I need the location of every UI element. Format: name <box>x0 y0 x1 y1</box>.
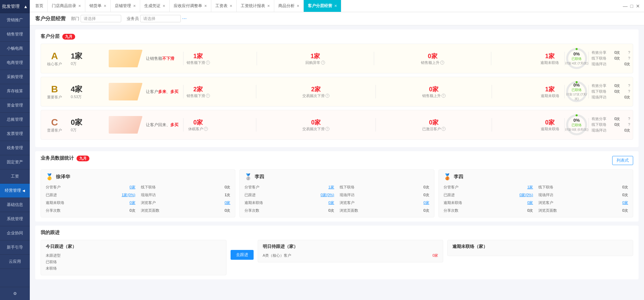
sp-stat-label: 分管客户 <box>444 185 458 190</box>
sidebar-item-operations[interactable]: 经营管理 ◀ <box>0 184 30 198</box>
tab-close-icon[interactable]: ✕ <box>267 4 270 8</box>
tab-actions: — □ ✕ <box>620 3 643 9</box>
stat-b-3: 1家 逾期未联络 <box>538 85 562 98</box>
sp-stat-val[interactable]: 0家 <box>328 200 334 205</box>
sp-stat-val[interactable]: 0家 <box>424 200 429 205</box>
tab-store-products[interactable]: 门店商品目录 ✕ <box>48 0 85 12</box>
tab-voucher[interactable]: 生成凭证 ✕ <box>140 0 170 12</box>
sp-stat-val: 0次 <box>224 185 230 190</box>
tab-close-icon[interactable]: ✕ <box>297 4 299 8</box>
sidebar-item-basic-info[interactable]: 基础信息 <box>0 198 30 212</box>
tab-payroll[interactable]: 工资表 ✕ <box>211 0 237 12</box>
sp-card-0: 🥇 徐泽华 分管客户 0家 线下联络 0次 已跟进 <box>41 169 235 217</box>
more-filters-icon[interactable]: ··· <box>182 16 187 22</box>
sidebar-settings-button[interactable]: ⚙ <box>0 287 30 300</box>
page-title: 客户分层经营 <box>35 16 66 22</box>
tab-close-icon[interactable]: ✕ <box>334 4 337 8</box>
sp-stat-val[interactable]: 0家(0%) <box>321 192 334 198</box>
tab-label: 销货单 <box>89 3 102 9</box>
sidebar-item-payroll[interactable]: 工资 <box>0 169 30 184</box>
tab-payroll-report[interactable]: 工资统计报表 ✕ <box>237 0 274 12</box>
tab-bar: 首页 门店商品目录 ✕ 销货单 ✕ 店铺管理 ✕ 生成凭证 ✕ 应收应付调整单 … <box>30 0 644 12</box>
tab-home[interactable]: 首页 <box>31 0 48 12</box>
sidebar-item-tax[interactable]: 税务管理 <box>0 141 30 155</box>
gauge-label: 已联络 <box>565 123 588 128</box>
rs-item: 有效分享 0次 ? <box>592 83 630 88</box>
sidebar-item-assets[interactable]: 固定资产 <box>0 155 30 169</box>
agent-select[interactable]: 请选择 <box>140 15 181 22</box>
sidebar-item-ecommerce[interactable]: 电商管理 <box>0 56 30 70</box>
list-view-button[interactable]: 列表式 <box>612 156 633 165</box>
sp-header-2: 🥉 李四 <box>444 173 628 181</box>
sidebar-item-label: 云应用 <box>9 259 21 264</box>
agent-label: 业务员 <box>127 16 139 22</box>
stat-c-0: 0家 休眠客户 ? <box>186 118 210 132</box>
tab-close-icon[interactable]: ✕ <box>204 4 207 8</box>
sidebar-collapse-icon: ▲ <box>23 4 28 9</box>
tier-c-shape <box>109 116 143 134</box>
sp-stats-2: 分管客户 1家 线下联络 0次 已跟进 0家(0%) 现场拜访 <box>444 184 628 214</box>
rs-label: 有效分享 <box>592 50 606 55</box>
tab-close-all-icon[interactable]: ✕ <box>636 3 640 9</box>
sidebar-item-ecommerce-small[interactable]: 小畅电商 <box>0 42 30 56</box>
tier-a-label: A 核心客户 <box>41 51 68 67</box>
tab-close-icon[interactable]: ✕ <box>163 4 165 8</box>
sp-stat: 分享次数 0次 <box>244 207 334 214</box>
sp-stat-val[interactable]: 0家 <box>224 200 230 205</box>
sidebar-item-label: 基础信息 <box>7 202 23 207</box>
sidebar-item-ledger[interactable]: 总账管理 <box>0 113 30 127</box>
sp-stat-val[interactable]: 0家 <box>527 200 533 205</box>
rs-item: 线下联络 0次 ? <box>592 56 630 61</box>
tab-maximize-icon[interactable]: □ <box>630 3 633 9</box>
followup-today-title: 今日跟进（家） <box>46 244 221 250</box>
sidebar-item-marketing[interactable]: 营销推广 <box>0 13 30 27</box>
sp-stat-val[interactable]: 1家 <box>328 185 334 190</box>
sidebar-item-cloud[interactable]: 云应用 <box>0 255 30 269</box>
sidebar-item-inventory[interactable]: 库存核算 <box>0 84 30 98</box>
sidebar-item-invoice[interactable]: 发票管理 <box>0 127 30 141</box>
sidebar-header[interactable]: 批发管理 ▲ <box>0 0 30 13</box>
tab-minimize-icon[interactable]: — <box>623 3 628 9</box>
tab-close-icon[interactable]: ✕ <box>78 4 81 8</box>
go-followup-button[interactable]: 去跟进 <box>231 250 254 260</box>
tier-a-sub-count: 0万 <box>71 61 106 66</box>
sidebar-item-collab[interactable]: 企业协同 <box>0 226 30 240</box>
dept-select[interactable]: 请选择 <box>81 15 121 22</box>
tab-store-mgmt[interactable]: 店铺管理 ✕ <box>111 0 140 12</box>
tab-close-icon[interactable]: ✕ <box>133 4 136 8</box>
rs-label: 现场拜访 <box>592 95 606 100</box>
sp-stat-val: 0次 <box>622 208 628 213</box>
tier-b-name: 重要客户 <box>41 95 68 100</box>
sidebar-item-sales[interactable]: 销售管理 <box>0 27 30 42</box>
sp-stat-val[interactable]: 0家 <box>130 200 135 205</box>
tab-customer-tier[interactable]: 客户分层经营 ✕ <box>304 0 341 12</box>
sp-stat-val[interactable]: 0家 <box>622 200 628 205</box>
stat-count: 0家 <box>421 52 445 60</box>
tier-b-gauge: 0% 已联络 计划 17次 (7天/次) <box>565 80 588 103</box>
gauge-sublabel: 计划 0次 (0天/次) <box>565 128 588 132</box>
stat-label: 销售额上升 ? <box>421 60 445 65</box>
sp-stat-val: 0次 <box>424 192 429 198</box>
tab-ar-adjust[interactable]: 应收应付调整单 ✕ <box>170 0 211 12</box>
sp-stat-val[interactable]: 0家 <box>130 185 135 190</box>
sidebar-item-purchase[interactable]: 采购管理 <box>0 70 30 84</box>
sp-stat-val[interactable]: 0家(0%) <box>519 192 533 198</box>
tab-close-icon[interactable]: ✕ <box>230 4 232 8</box>
sidebar-item-guide[interactable]: 新手引导 <box>0 240 30 255</box>
sp-stat-val[interactable]: 1家 <box>527 185 533 190</box>
tab-sales-order[interactable]: 销货单 ✕ <box>85 0 111 12</box>
sidebar-item-finance[interactable]: 资金管理 <box>0 98 30 113</box>
sp-stat-val[interactable]: 1家(0%) <box>122 192 135 198</box>
sp-stat-val: 0次 <box>130 208 135 213</box>
tab-product-analysis[interactable]: 商品分析 ✕ <box>274 0 304 12</box>
rs-item: 线下联络 0次 ? <box>592 89 630 94</box>
sp-title: 业务员数据统计 <box>41 155 74 161</box>
tab-label: 生成凭证 <box>144 3 160 9</box>
toolbar: 客户分层经营 部门 请选择 业务员 请选择 ··· <box>30 12 644 25</box>
sidebar-item-system[interactable]: 系统管理 <box>0 212 30 226</box>
tab-close-icon[interactable]: ✕ <box>104 4 106 8</box>
rs-item: 有效分享 0次 ? <box>592 116 630 121</box>
stat-label: 交易频次下滑 ? <box>302 93 329 98</box>
tier-row-c: C 普通客户 0家 0万 让客户回来、多买 0家 休眠客户 <box>41 110 633 140</box>
tab-label: 门店商品目录 <box>52 3 76 9</box>
